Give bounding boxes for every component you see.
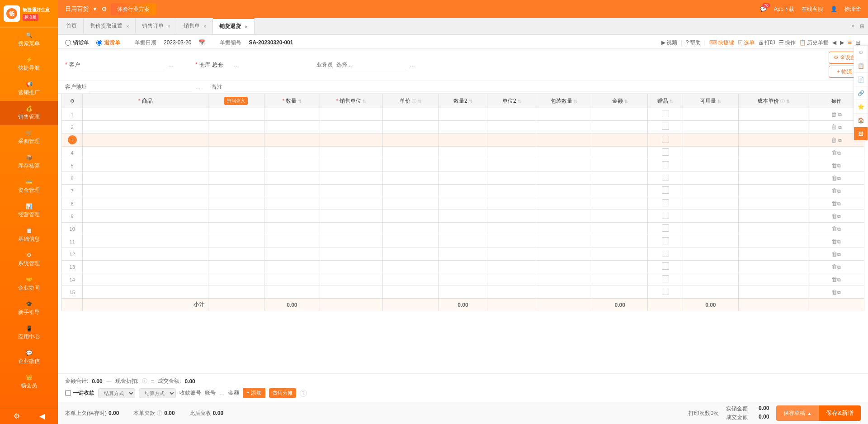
tab-sale-price[interactable]: 售价提取设置 × [84,19,136,33]
product-input-active[interactable] [85,137,206,143]
operate-btn[interactable]: ☰ 操作 [779,39,796,47]
header-settings-icon[interactable]: ⚙ [101,5,107,13]
one-click-pay-label[interactable]: 一键收款 [65,389,94,397]
fee-help-icon[interactable]: ? [300,390,307,397]
sidebar-item-search[interactable]: 🔍 搜索菜单 [0,28,58,52]
cost-price-info-icon[interactable]: ⓘ [780,99,785,104]
delete-row-btn[interactable]: 🗑 [831,251,837,257]
amount-sort-icon[interactable]: ⇅ [624,99,628,104]
right-icon-5[interactable]: ⭐ [854,100,868,114]
salesperson-picker-icon[interactable]: … [410,62,415,68]
radio-return-input[interactable] [96,40,102,46]
delete-row-btn[interactable]: 🗑 [831,175,837,181]
col-settings-header[interactable]: ⚙ [62,94,83,108]
sidebar-item-basic[interactable]: 📋 基础信息 [0,223,58,248]
prev-btn[interactable]: ◀ [832,39,836,46]
copy-row-btn[interactable]: ⧉ [837,214,841,219]
copy-row-btn[interactable]: ⧉ [837,163,841,168]
message-icon-container[interactable]: 💬 70 [760,6,767,12]
qty-input[interactable] [266,111,318,118]
tab-sale-return-close[interactable]: × [245,24,247,29]
scan-button[interactable]: 扫码录入 [224,97,248,105]
gift-checkbox[interactable] [662,224,669,232]
history-btn[interactable]: 📋 历史单据 [799,39,829,47]
help-btn[interactable]: ? 帮助 [686,39,701,47]
unit2-sort-icon[interactable]: ⇅ [518,99,521,104]
next-btn[interactable]: ▶ [840,39,844,46]
status-label-2-info[interactable]: ⓘ [157,410,162,417]
gift-sort-icon[interactable]: ⇅ [670,99,673,104]
sidebar-item-shortcut[interactable]: ⚡ 快捷导航 [0,52,58,76]
add-fee-button[interactable]: + 添加 [243,388,265,398]
save-new-button[interactable]: 保存&新增 [819,405,861,421]
copy-row-btn[interactable]: ⧉ [838,138,842,143]
delete-row-btn[interactable]: 🗑 [831,149,837,156]
copy-row-btn[interactable]: ⧉ [837,252,841,257]
radio-sale-delivery[interactable]: 销货单 [65,39,89,47]
package-sort-icon[interactable]: ⇅ [574,99,577,104]
copy-row-btn[interactable]: ⧉ [837,176,841,181]
gift-checkbox[interactable] [662,110,669,117]
print-btn[interactable]: 🖨 打印 [758,39,775,47]
delete-row-btn[interactable]: 🗑 [831,276,837,283]
amount-input[interactable] [594,111,646,118]
gift-checkbox[interactable] [662,275,669,282]
gift-checkbox[interactable] [662,212,669,219]
one-click-pay-checkbox[interactable] [65,390,71,396]
sale-unit-sort-icon[interactable]: ⇅ [363,99,366,104]
cost-price-sort-icon[interactable]: ⇅ [786,99,790,104]
sidebar-item-system[interactable]: ⚙ 系统管理 [0,248,58,272]
tab-home[interactable]: 首页 [60,19,84,33]
tab-sale-delivery[interactable]: 销售单 × [177,19,213,33]
tab-sale-delivery-close[interactable]: × [203,24,206,29]
salesperson-input[interactable] [335,61,406,69]
package-qty-input[interactable] [538,111,590,118]
gift-checkbox[interactable] [662,288,669,295]
unit-price-info-icon[interactable]: ⓘ [412,99,416,104]
copy-row-btn[interactable]: ⧉ [837,188,841,194]
account-picker-icon[interactable]: … [219,390,225,396]
delete-row-btn[interactable]: 🗑 [831,213,837,219]
right-icon-7[interactable]: 🖼 [854,127,868,141]
radio-sale-delivery-input[interactable] [65,40,71,46]
gift-checkbox[interactable] [662,250,669,257]
product-input[interactable] [85,111,206,118]
gift-checkbox[interactable] [662,161,669,168]
copy-row-btn[interactable]: ⧉ [838,124,842,130]
delete-row-btn[interactable]: 🗑 [831,187,837,194]
copy-row-btn[interactable]: ⧉ [837,239,841,244]
select-btn[interactable]: ☑ 选单 [738,39,755,47]
qty2-input[interactable] [440,111,485,118]
calc-method-select[interactable]: 结算方式 [139,388,176,398]
copy-row-btn[interactable]: ⧉ [837,264,841,270]
radio-return[interactable]: 退货单 [96,39,120,47]
tab-sale-order-close[interactable]: × [167,24,170,29]
gift-checkbox[interactable] [662,123,669,130]
settle-method-select[interactable]: 结算方式 [98,388,135,398]
view-list-btn[interactable]: ≡ [848,38,852,47]
col-scan-header[interactable]: 扫码录入 [208,94,264,108]
tab-close-all-icon[interactable]: × [849,21,856,31]
save-draft-button[interactable]: 保存草稿 ▲ [776,405,819,421]
sidebar-item-operations[interactable]: 📊 经营管理 [0,199,58,223]
delete-row-btn[interactable]: 🗑 [831,124,837,130]
sidebar-item-apps[interactable]: 📱 应用中心 [0,321,58,345]
online-service-link[interactable]: 在线客服 [802,5,823,13]
tab-expand-icon[interactable]: ⊞ [858,21,866,31]
fee-split-button[interactable]: 费用分摊 [269,388,296,398]
copy-row-btn[interactable]: ⧉ [837,226,841,232]
delete-row-btn[interactable]: 🗑 [831,162,837,169]
calendar-icon[interactable]: 📅 [198,39,205,46]
product-cell[interactable] [83,108,208,121]
sidebar-item-sales[interactable]: 💰 销售管理 [0,101,58,125]
warehouse-picker-icon[interactable]: … [234,62,239,68]
shortcut-btn[interactable]: ⌨ 快捷键 [709,39,734,47]
copy-row-btn[interactable]: ⧉ [837,150,841,156]
gift-checkbox[interactable] [662,237,669,244]
gift-checkbox[interactable] [662,136,669,143]
add-row-button[interactable]: + [68,135,77,144]
video-btn[interactable]: ▶ 视频 [661,39,677,47]
sale-unit-input[interactable] [322,111,381,118]
remark-input[interactable] [224,83,861,91]
sidebar-item-purchase[interactable]: 🛒 采购管理 [0,125,58,150]
